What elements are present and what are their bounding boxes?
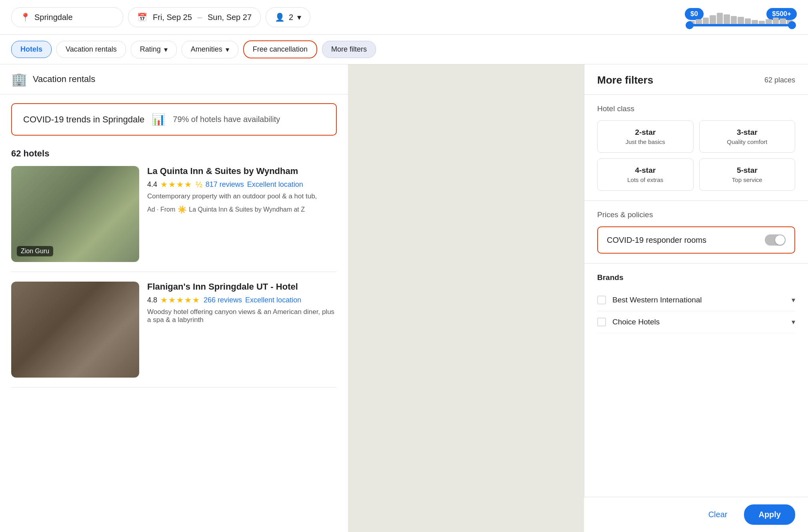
- star-desc-2: Just the basics: [606, 138, 685, 145]
- hotel-reviews-link[interactable]: 817 reviews: [206, 180, 244, 189]
- table-row[interactable]: Flanigan's Inn Springdale UT - Hotel 4.8…: [11, 282, 337, 388]
- hotels-count: 62 hotels: [0, 144, 348, 166]
- brand-checkbox-bw[interactable]: [597, 296, 606, 304]
- hotel-rating: 4.4: [147, 180, 157, 189]
- location-icon: 📍: [20, 12, 30, 22]
- brands-title: Brands: [597, 273, 795, 282]
- hotel-image-label: Zion Guru: [17, 246, 53, 256]
- chevron-down-icon: ▾: [792, 296, 795, 304]
- person-icon: 👤: [275, 12, 285, 22]
- rating-label: Rating: [140, 45, 161, 54]
- location-value: Springdale: [34, 13, 73, 22]
- hotel-rating-row: 4.4 ★★★★½ 817 reviews Excellent location: [147, 180, 337, 189]
- covid-toggle-label: COVID-19 responder rooms: [607, 236, 706, 245]
- hotel-location-link-2[interactable]: Excellent location: [245, 296, 301, 304]
- rating-filter-btn[interactable]: Rating ▾: [131, 41, 177, 58]
- apply-button[interactable]: Apply: [744, 504, 795, 525]
- hotel-class-4star[interactable]: 4-star Lots of extras: [597, 158, 694, 191]
- price-slider[interactable]: $0 $500+: [685, 8, 797, 26]
- brands-section: Brands Best Western International ▾ Choi…: [584, 264, 808, 343]
- hotel-reviews-link-2[interactable]: 266 reviews: [204, 296, 242, 304]
- more-filters-btn[interactable]: More filters: [322, 41, 376, 58]
- hotel-class-3star[interactable]: 3-star Quality comfort: [699, 120, 796, 153]
- search-bar: 📍 Springdale 📅 Fri, Sep 25 – Sun, Sep 27…: [0, 0, 808, 35]
- calendar-icon: 📅: [137, 12, 147, 22]
- star-label-2: 2-star: [606, 128, 685, 137]
- hotel-ad-source: La Quinta Inn & Suites by Wyndham at Z: [189, 206, 305, 213]
- more-filters-title: More filters: [597, 74, 653, 86]
- vacation-rentals-filter-btn[interactable]: Vacation rentals: [56, 41, 126, 58]
- guests-count: 2: [289, 13, 293, 22]
- covid-availability-text: 79% of hotels have availability: [173, 115, 280, 124]
- filter-action-bar: Clear Apply: [584, 497, 808, 532]
- hotels-filter-label: Hotels: [20, 45, 42, 54]
- hotel-name-2: Flanigan's Inn Springdale UT - Hotel: [147, 282, 337, 292]
- hotel-location-link[interactable]: Excellent location: [247, 180, 303, 189]
- hotel-info: La Quinta Inn & Suites by Wyndham 4.4 ★★…: [147, 166, 337, 262]
- slider-fill: [689, 24, 793, 26]
- table-row[interactable]: Zion Guru La Quinta Inn & Suites by Wynd…: [11, 166, 337, 272]
- star-desc-4: Lots of extras: [606, 176, 685, 183]
- hotel-class-grid: 2-star Just the basics 3-star Quality co…: [597, 120, 795, 191]
- slider-thumb-min[interactable]: [686, 21, 694, 29]
- hotel-image: Zion Guru: [11, 166, 139, 262]
- brand-name-choice: Choice Hotels: [612, 318, 660, 326]
- free-cancellation-label: Free cancellation: [253, 45, 308, 54]
- hotel-description-2: Woodsy hotel offering canyon views & an …: [147, 308, 337, 324]
- list-item[interactable]: Choice Hotels ▾: [597, 311, 795, 333]
- hotel-class-2star[interactable]: 2-star Just the basics: [597, 120, 694, 153]
- rating-chevron-icon: ▾: [164, 45, 168, 54]
- sun-icon: ☀️: [178, 205, 186, 214]
- prices-policies-section: Prices & policies COVID-19 responder roo…: [584, 201, 808, 264]
- list-item[interactable]: Best Western International ▾: [597, 289, 795, 311]
- check-in-date: Fri, Sep 25: [153, 13, 192, 22]
- covid-banner-text: COVID-19 trends in Springdale: [23, 114, 144, 125]
- star-desc-5: Top service: [708, 176, 787, 183]
- hotel-rating-2: 4.8: [147, 296, 157, 304]
- vacation-rentals-banner[interactable]: 🏢 Vacation rentals: [0, 64, 348, 94]
- covid-toggle-row: COVID-19 responder rooms: [597, 226, 795, 254]
- check-out-date: Sun, Sep 27: [208, 13, 252, 22]
- amenities-filter-btn[interactable]: Amenities ▾: [182, 41, 238, 58]
- location-input[interactable]: 📍 Springdale: [11, 7, 123, 27]
- hotel-description: Contemporary property with an outdoor po…: [147, 192, 337, 200]
- hotel-class-title: Hotel class: [597, 104, 795, 113]
- hotels-filter-btn[interactable]: Hotels: [11, 41, 52, 58]
- star-label-3: 3-star: [708, 128, 787, 137]
- ad-label: Ad · From: [147, 206, 175, 213]
- vacation-rentals-banner-text: Vacation rentals: [33, 74, 95, 84]
- places-count: 62 places: [764, 76, 795, 84]
- star-desc-3: Quality comfort: [708, 138, 787, 145]
- brand-checkbox-choice[interactable]: [597, 318, 606, 326]
- hotel-stars-2: ★★★★★: [160, 295, 200, 305]
- main-content: 🏢 Vacation rentals COVID-19 trends in Sp…: [0, 64, 808, 532]
- slider-track[interactable]: [689, 24, 793, 26]
- amenities-label: Amenities: [191, 45, 222, 54]
- prices-policies-title: Prices & policies: [597, 210, 795, 219]
- hotel-image-2: [11, 282, 139, 378]
- free-cancellation-filter-btn[interactable]: Free cancellation: [243, 40, 317, 58]
- guests-input[interactable]: 👤 2 ▾: [266, 7, 310, 27]
- hotel-rating-row-2: 4.8 ★★★★★ 266 reviews Excellent location: [147, 295, 337, 305]
- hotel-class-5star[interactable]: 5-star Top service: [699, 158, 796, 191]
- slider-thumb-max[interactable]: [788, 21, 796, 29]
- hotel-ad-row: Ad · From ☀️ La Quinta Inn & Suites by W…: [147, 205, 337, 214]
- hotel-name: La Quinta Inn & Suites by Wyndham: [147, 166, 337, 176]
- more-filters-panel: More filters 62 places Hotel class 2-sta…: [584, 64, 808, 532]
- amenities-chevron-icon: ▾: [226, 45, 229, 54]
- price-bar-chart: [689, 13, 793, 24]
- covid-toggle[interactable]: [765, 234, 786, 246]
- hotel-class-section: Hotel class 2-star Just the basics 3-sta…: [584, 95, 808, 201]
- hotel-info-2: Flanigan's Inn Springdale UT - Hotel 4.8…: [147, 282, 337, 378]
- chevron-down-icon-2: ▾: [792, 318, 795, 326]
- brand-name-bw: Best Western International: [612, 296, 702, 304]
- covid-trends-banner[interactable]: COVID-19 trends in Springdale 📊 79% of h…: [11, 103, 337, 136]
- covid-chart-icon: 📊: [152, 113, 166, 126]
- more-filters-header: More filters 62 places: [584, 64, 808, 95]
- dates-input[interactable]: 📅 Fri, Sep 25 – Sun, Sep 27: [128, 7, 261, 27]
- toggle-thumb: [775, 235, 785, 245]
- vacation-rentals-icon: 🏢: [11, 72, 27, 87]
- vacation-rentals-label: Vacation rentals: [66, 45, 117, 54]
- clear-button[interactable]: Clear: [698, 504, 738, 525]
- star-label-5: 5-star: [708, 166, 787, 175]
